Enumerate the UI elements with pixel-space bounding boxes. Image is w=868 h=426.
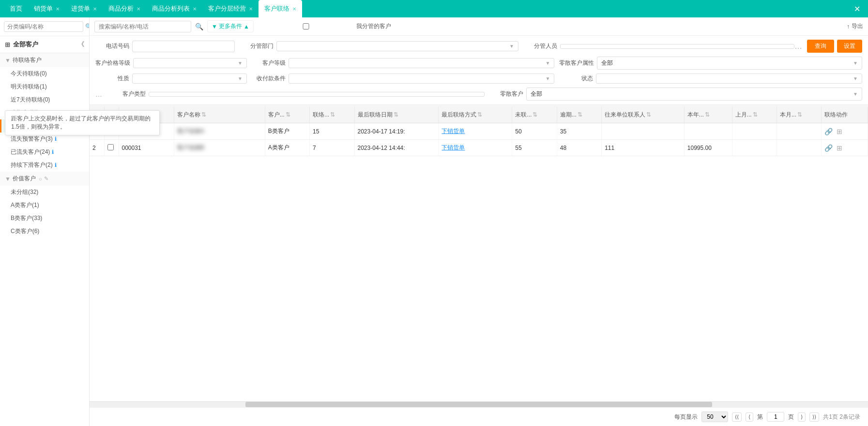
sidebar-item-7days[interactable]: 近7天待联络(0): [0, 93, 89, 106]
customer-level-label: 客户等级: [252, 59, 286, 67]
close-customer-segment-icon[interactable]: ✕: [249, 6, 253, 12]
dept-select[interactable]: ▼: [276, 41, 518, 51]
sidebar-all-customers[interactable]: ⊞ 全部客户 《: [0, 36, 89, 53]
col-last-date[interactable]: 最后联络日期⇅: [354, 107, 439, 123]
more-conditions-button[interactable]: ▼ 更多条件 ▲: [207, 20, 254, 32]
my-customers-checkbox[interactable]: [258, 23, 354, 29]
phone-input[interactable]: [132, 41, 235, 52]
row1-uncontacted: 50: [512, 123, 557, 140]
row2-link-icon[interactable]: 🔗: [824, 144, 833, 152]
page-suffix: 页: [788, 413, 794, 421]
prev-page-button[interactable]: ⟨: [746, 412, 753, 422]
more-dots-icon[interactable]: …: [95, 90, 102, 98]
sidebar-search-input[interactable]: [4, 21, 83, 32]
col-overdue[interactable]: 逾期...⇅: [557, 107, 601, 123]
nav-purchase[interactable]: 进货单 ✕: [65, 0, 103, 17]
sidebar-pending-group[interactable]: ▼ 待联络客户: [0, 53, 89, 67]
sidebar-item-ungrouped[interactable]: 未分组(32): [0, 186, 89, 199]
filter-pay-term: 收付款条件 ▼: [252, 73, 555, 84]
sidebar-item-today[interactable]: 今天待联络(0): [0, 67, 89, 80]
col-name[interactable]: 客户名称⇅: [174, 107, 265, 123]
page-number-input[interactable]: [767, 412, 784, 422]
row2-last-method[interactable]: 下销货单: [439, 140, 512, 156]
settings-button[interactable]: 设置: [837, 40, 862, 53]
sidebar-item-churned[interactable]: 已流失客户(24) ℹ: [0, 146, 89, 159]
col-uncontacted[interactable]: 未联...⇅: [512, 107, 557, 123]
my-customers-toggle[interactable]: 我分管的客户: [258, 22, 391, 30]
row1-grid-icon[interactable]: ⊞: [837, 128, 842, 135]
window-close-button[interactable]: ✕: [850, 4, 864, 14]
gender-select[interactable]: ▼: [132, 73, 247, 84]
price-level-select[interactable]: ▼: [133, 58, 247, 68]
col-contact-count[interactable]: 联络...⇅: [310, 107, 354, 123]
customer-level-chevron-icon: ▼: [545, 60, 550, 66]
sidebar-item-declining[interactable]: 持续下滑客户(2) ℹ: [0, 159, 89, 172]
circle-icon[interactable]: ○: [39, 176, 42, 182]
nav-customer-segment[interactable]: 客户分层经营 ✕: [202, 0, 259, 17]
customer-level-select[interactable]: ▼: [289, 58, 555, 68]
per-page-select[interactable]: 50 20 100: [701, 411, 728, 422]
last-page-button[interactable]: ⟩⟩: [809, 412, 819, 422]
nav-home[interactable]: 首页: [4, 0, 28, 17]
manager-select[interactable]: [560, 44, 794, 49]
row1-last-method[interactable]: 下销货单: [439, 123, 512, 140]
row2-actions: 🔗 ⊞: [822, 140, 868, 156]
close-analysis-icon[interactable]: ✕: [137, 6, 140, 12]
col-last-method[interactable]: 最后联络方式⇅: [439, 107, 512, 123]
manager-more-icon[interactable]: …: [794, 42, 802, 51]
col-customer-type[interactable]: 客户...⇅: [265, 107, 309, 123]
sidebar-item-class-c[interactable]: C类客户(6): [0, 225, 89, 238]
content-area: 🔍 ▼ 更多条件 ▲ 我分管的客户 ↑ 导出 电话号码: [90, 17, 868, 426]
filter-retail-customer: 零散客户 全部 ▼: [489, 88, 862, 101]
scrollbar-thumb[interactable]: [245, 402, 713, 407]
row2-checkbox[interactable]: [104, 140, 119, 156]
nav-analysis[interactable]: 商品分析 ✕: [103, 0, 146, 17]
filter-area: 电话号码 分管部门 ▼ 分管人员 …: [90, 36, 868, 105]
retail-customer-select[interactable]: 全部 ▼: [526, 88, 862, 101]
close-analysis-list-icon[interactable]: ✕: [193, 6, 197, 12]
sidebar-search-icon[interactable]: 🔍: [85, 23, 90, 30]
col-contacts[interactable]: 往来单位联系人⇅: [602, 107, 685, 123]
row2-select-checkbox[interactable]: [107, 144, 114, 150]
export-button[interactable]: ↑ 导出: [847, 22, 863, 30]
arrow-down-icon-2: ▼: [5, 176, 11, 182]
filter-price-level: 客户价格等级 ▼: [95, 58, 247, 68]
close-customer-contact-icon[interactable]: ✕: [292, 6, 296, 12]
row2-this-month: [777, 140, 821, 156]
row2-grid-icon[interactable]: ⊞: [837, 144, 842, 152]
sidebar-item-class-a[interactable]: A类客户(1): [0, 199, 89, 212]
search-icon[interactable]: 🔍: [195, 23, 203, 30]
chevron-up-icon: ▲: [244, 23, 249, 30]
pay-term-chevron-icon: ▼: [545, 76, 550, 81]
row1-name: 客户名称A: [174, 123, 265, 140]
status-select[interactable]: ▼: [596, 73, 862, 84]
sidebar-item-tomorrow[interactable]: 明天待联络(1): [0, 80, 89, 93]
first-page-button[interactable]: ⟨⟨: [732, 412, 742, 422]
col-last-month[interactable]: 上月...⇅: [732, 107, 777, 123]
row1-link-icon[interactable]: 🔗: [824, 128, 833, 135]
pay-term-select[interactable]: ▼: [289, 73, 555, 84]
col-this-month[interactable]: 本月...⇅: [777, 107, 821, 123]
sidebar-collapse-icon[interactable]: 《: [78, 40, 84, 49]
query-button[interactable]: 查询: [807, 40, 834, 53]
close-sales-icon[interactable]: ✕: [56, 6, 60, 12]
sidebar-item-class-b[interactable]: B类客户(33): [0, 212, 89, 225]
retail-attr-select[interactable]: 全部 ▼: [597, 57, 862, 70]
info-icon-churn: ℹ: [55, 136, 57, 142]
nav-customer-contact[interactable]: 客户联络 ✕: [259, 0, 302, 17]
horizontal-scrollbar[interactable]: [90, 401, 868, 407]
next-page-button[interactable]: ⟩: [798, 412, 806, 422]
export-icon: ↑: [847, 23, 850, 30]
search-input[interactable]: [94, 21, 191, 32]
col-year-amount[interactable]: 本年...⇅: [684, 107, 732, 123]
sort-name-icon: ⇅: [201, 111, 206, 118]
close-purchase-icon[interactable]: ✕: [93, 6, 97, 12]
arrow-down-icon: ▼: [5, 57, 11, 64]
nav-sales[interactable]: 销货单 ✕: [28, 0, 65, 17]
sidebar-value-group[interactable]: ▼ 价值客户 ○ ✎: [0, 172, 89, 186]
retail-customer-chevron-icon: ▼: [853, 91, 858, 97]
nav-analysis-list[interactable]: 商品分析列表 ✕: [146, 0, 202, 17]
col-action[interactable]: 联络动作: [822, 107, 868, 123]
customer-type-select[interactable]: [149, 92, 485, 97]
edit-icon[interactable]: ✎: [44, 176, 48, 182]
